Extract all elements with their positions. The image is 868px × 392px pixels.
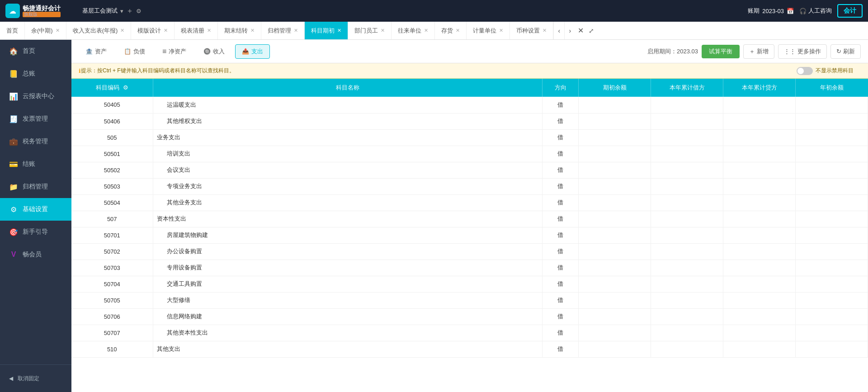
col-code-label: 科目编码 — [96, 84, 119, 91]
table-row[interactable]: 505 业务支出 借 — [71, 129, 868, 146]
cell-ytd-credit — [723, 194, 796, 211]
cell-ytd-balance — [796, 325, 868, 341]
add-button[interactable]: ＋ 新增 — [743, 44, 774, 59]
table-row[interactable]: 50705 大型修缮 借 — [71, 292, 868, 308]
sidebar-item-settlement[interactable]: 💳 结账 — [0, 153, 71, 175]
cell-ytd-balance — [796, 260, 868, 276]
refresh-button[interactable]: ↻ 刷新 — [830, 44, 861, 59]
table-row[interactable]: 50703 专用设备购置 借 — [71, 260, 868, 276]
sidebar-item-settings[interactable]: ⚙ 基础设置 — [0, 198, 71, 221]
tab-balance-mid[interactable]: 余(中期) ✕ — [25, 22, 66, 40]
tab-income-annual[interactable]: 收入支出表(年报) ✕ — [66, 22, 132, 40]
tab-template-design[interactable]: 模版设计 ✕ — [131, 22, 175, 40]
tab-client-unit[interactable]: 往来单位 ✕ — [392, 22, 435, 40]
collapse-icon: ◀ — [9, 375, 13, 382]
sidebar-item-guide[interactable]: 🎯 新手引导 — [0, 221, 71, 243]
table-settings-icon[interactable]: ⚙ — [123, 84, 128, 91]
filter-tab-assets[interactable]: 🏦 资产 — [79, 44, 113, 59]
sidebar-item-reports[interactable]: 📊 云报表中心 — [0, 85, 71, 108]
toggle-knob — [797, 68, 804, 74]
table-row[interactable]: 50405 运温暖支出 借 — [71, 97, 868, 113]
tab-client-unit-close[interactable]: ✕ — [424, 28, 428, 33]
cell-direction: 借 — [542, 194, 579, 211]
top-header: ☁ 畅捷通好会计 旗舰版 基层工会测试 ▾ ＋ ⚙ 账期 2023-03 📅 🎧… — [0, 0, 868, 22]
tab-currency-settings[interactable]: 币种设置 ✕ — [510, 22, 553, 40]
tab-close-all[interactable]: ✕ — [575, 22, 586, 40]
tab-inventory-close[interactable]: ✕ — [456, 28, 460, 33]
tab-period-end-close[interactable]: ✕ — [250, 28, 255, 33]
table-row[interactable]: 50701 房屋建筑物购建 借 — [71, 227, 868, 243]
add-company-button[interactable]: ＋ — [126, 6, 133, 16]
tab-period-end[interactable]: 期末结转 ✕ — [218, 22, 261, 40]
tab-nav-prev[interactable]: ‹ — [553, 22, 564, 40]
tab-tax-clear-close[interactable]: ✕ — [207, 28, 211, 33]
more-operations-button[interactable]: ⋮⋮ 更多操作 — [778, 44, 827, 59]
tab-tax-clear[interactable]: 税表清册 ✕ — [175, 22, 218, 40]
cell-opening — [579, 129, 651, 146]
tab-archive-mgmt-label: 归档管理 — [268, 27, 291, 35]
tab-archive-mgmt[interactable]: 归档管理 ✕ — [261, 22, 305, 40]
tab-nav-next[interactable]: › — [564, 22, 575, 40]
toggle-disabled-subjects[interactable] — [797, 67, 813, 75]
calc-balance-button[interactable]: 试算平衡 — [702, 45, 740, 58]
tab-measure-unit[interactable]: 计量单位 ✕ — [467, 22, 510, 40]
sidebar-item-ledger[interactable]: 📒 总账 — [0, 62, 71, 85]
cell-ytd-credit — [723, 178, 796, 194]
sidebar-item-archive[interactable]: 📁 归档管理 — [0, 175, 71, 198]
more-label: 更多操作 — [797, 47, 821, 56]
filter-tab-expenses[interactable]: 📤 支出 — [235, 44, 270, 59]
tab-currency-settings-close[interactable]: ✕ — [542, 28, 547, 33]
kuaiji-button[interactable]: 会计 — [837, 4, 863, 18]
table-row[interactable]: 50704 交通工具购置 借 — [71, 276, 868, 292]
col-header-name: 科目名称 — [153, 79, 542, 97]
tab-home[interactable]: 首页 — [0, 22, 25, 40]
table-row[interactable]: 510 其他支出 借 — [71, 341, 868, 357]
tab-inventory[interactable]: 存货 ✕ — [435, 22, 467, 40]
sidebar-item-invoice[interactable]: 🧾 发票管理 — [0, 108, 71, 130]
table-row[interactable]: 50702 办公设备购置 借 — [71, 243, 868, 260]
cell-ytd-credit — [723, 211, 796, 227]
add-label: 新增 — [757, 47, 769, 56]
filter-tab-net-assets[interactable]: ≡ 净资产 — [156, 44, 193, 59]
cell-ytd-debit — [651, 341, 723, 357]
company-dropdown-arrow[interactable]: ▾ — [120, 8, 123, 14]
table-row[interactable]: 50502 会议支出 借 — [71, 162, 868, 178]
sidebar-item-tax[interactable]: 💼 税务管理 — [0, 130, 71, 153]
tab-dept-staff[interactable]: 部门员工 ✕ — [348, 22, 392, 40]
tab-subject-period[interactable]: 科目期初 ✕ — [305, 22, 348, 40]
tab-archive-mgmt-close[interactable]: ✕ — [294, 28, 298, 33]
tab-expand[interactable]: ⤢ — [586, 22, 597, 40]
sidebar-item-member[interactable]: V 畅会员 — [0, 243, 71, 266]
cell-ytd-debit — [651, 194, 723, 211]
tab-subject-period-close[interactable]: ✕ — [337, 28, 341, 33]
sidebar-collapse-button[interactable]: ◀ 取消固定 — [0, 369, 71, 387]
table-row[interactable]: 50406 其他维权支出 借 — [71, 113, 868, 129]
tab-balance-mid-close[interactable]: ✕ — [56, 28, 60, 33]
calendar-icon[interactable]: 📅 — [787, 8, 794, 14]
filter-tab-liabilities[interactable]: 📋 负债 — [117, 44, 152, 59]
home-icon: 🏠 — [9, 47, 18, 56]
company-settings-icon[interactable]: ⚙ — [136, 8, 142, 14]
table-row[interactable]: 507 资本性支出 借 — [71, 211, 868, 227]
table-row[interactable]: 50501 培训支出 借 — [71, 146, 868, 162]
tab-dept-staff-close[interactable]: ✕ — [381, 28, 385, 33]
filter-tab-income[interactable]: 🔘 收入 — [197, 44, 231, 59]
col-header-ytd-debit: 本年累计借方 — [651, 79, 723, 97]
sidebar-item-home[interactable]: 🏠 首页 — [0, 40, 71, 62]
tab-measure-unit-close[interactable]: ✕ — [499, 28, 503, 33]
tip-row: ℹ 提示：按Ctrl + F键并输入科目编码或者科目名称可以查找科目。 不显示禁… — [79, 67, 861, 75]
cell-ytd-balance — [796, 243, 868, 260]
table-container[interactable]: 科目编码 ⚙ 科目名称 方向 期初余额 本年累计借方 本年累计贷方 年初余额 5… — [71, 79, 868, 392]
tab-income-annual-close[interactable]: ✕ — [120, 28, 124, 33]
table-row[interactable]: 50503 专项业务支出 借 — [71, 178, 868, 194]
settings-icon: ⚙ — [9, 205, 18, 214]
cell-opening — [579, 243, 651, 260]
tab-template-design-close[interactable]: ✕ — [164, 28, 168, 33]
table-row[interactable]: 50707 其他资本性支出 借 — [71, 325, 868, 341]
table-row[interactable]: 50504 其他业务支出 借 — [71, 194, 868, 211]
cell-name: 其他资本性支出 — [153, 325, 542, 341]
cell-ytd-balance — [796, 97, 868, 113]
ai-consult-button[interactable]: 🎧 人工咨询 — [799, 7, 832, 15]
period-display: 启用期间：2023.03 — [647, 47, 698, 56]
table-row[interactable]: 50706 信息网络购建 借 — [71, 308, 868, 325]
